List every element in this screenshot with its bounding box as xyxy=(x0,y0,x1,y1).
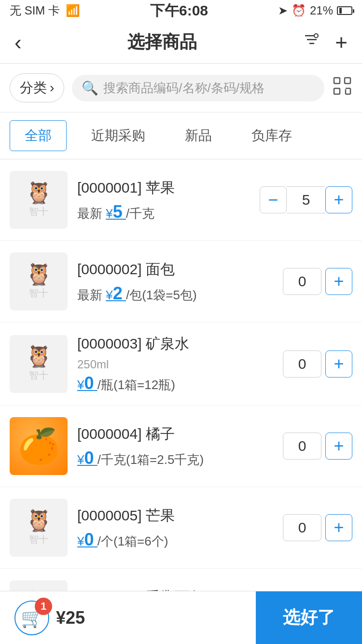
product-image: 🦉 智十 xyxy=(10,499,68,557)
product-info: [0000004] 橘子 ¥0 /千克(1箱=2.5千克) xyxy=(77,424,273,468)
product-price: ¥0 /千克(1箱=2.5千克) xyxy=(77,448,273,468)
quantity-control: + xyxy=(283,433,352,460)
orange-image: 🍊 xyxy=(10,417,68,475)
cart-section: 🛒 1 ¥25 xyxy=(0,601,256,635)
list-item: 🦉 智十 [0000001] 苹果 最新 ¥5 /千克 − + xyxy=(0,159,362,241)
filter-bar: 分类 › 🔍 搜索商品编码/名称/条码/规格 xyxy=(0,64,362,112)
product-name: [0000002] 面包 xyxy=(77,260,273,280)
increase-button[interactable]: + xyxy=(325,350,352,378)
product-price: ¥0 /个(1箱=6个) xyxy=(77,530,273,550)
owl-icon: 🦉 xyxy=(26,346,52,367)
svg-rect-4 xyxy=(334,78,340,84)
nav-bar: ‹ 选择商品 + xyxy=(0,21,362,64)
quantity-input[interactable] xyxy=(283,268,321,295)
product-name: [0000005] 芒果 xyxy=(77,506,273,526)
product-name: [0000001] 苹果 xyxy=(77,178,250,198)
brand-watermark: 智十 xyxy=(29,287,48,300)
tab-recent[interactable]: 近期采购 xyxy=(76,120,160,151)
list-item: 🦉 智十 [0000002] 面包 最新 ¥2 /包(1袋=5包) + xyxy=(0,241,362,322)
search-icon: 🔍 xyxy=(82,80,98,96)
product-spec: 250ml xyxy=(77,358,273,371)
search-placeholder: 搜索商品编码/名称/条码/规格 xyxy=(103,80,265,97)
decrease-button[interactable]: − xyxy=(260,186,287,213)
quantity-control: + xyxy=(283,514,352,541)
wifi-icon: 📶 xyxy=(66,4,80,17)
alarm-icon: ⏰ xyxy=(292,4,306,17)
carrier-label: 无 SIM 卡 xyxy=(10,3,60,18)
owl-icon: 🦉 xyxy=(26,510,52,531)
status-bar: 无 SIM 卡 📶 下午6:08 ➤ ⏰ 21% xyxy=(0,0,362,21)
filter-icon[interactable] xyxy=(303,31,320,53)
product-image: 🦉 智十 xyxy=(10,252,68,310)
product-name: [0000004] 橘子 xyxy=(77,424,273,444)
back-button[interactable]: ‹ xyxy=(14,30,22,55)
product-image: 🦉 智十 xyxy=(10,335,68,393)
cart-badge: 1 xyxy=(35,598,52,615)
owl-icon: 🦉 xyxy=(26,264,52,285)
brand-watermark: 智十 xyxy=(29,533,48,546)
product-price: 最新 ¥2 /包(1袋=5包) xyxy=(77,283,273,304)
quantity-input[interactable] xyxy=(283,514,321,541)
svg-rect-5 xyxy=(345,78,350,84)
tab-all[interactable]: 全部 xyxy=(10,120,67,151)
tab-negative[interactable]: 负库存 xyxy=(237,120,307,151)
confirm-button[interactable]: 选好了 xyxy=(256,591,362,644)
svg-point-3 xyxy=(314,34,318,38)
increase-button[interactable]: + xyxy=(325,268,352,295)
location-icon: ➤ xyxy=(278,4,288,17)
cart-button[interactable]: 🛒 1 xyxy=(14,601,49,635)
quantity-control: + xyxy=(283,268,352,295)
quantity-input[interactable] xyxy=(287,186,325,213)
category-button[interactable]: 分类 › xyxy=(10,73,64,102)
product-image: 🍊 xyxy=(10,417,68,475)
cart-total: ¥25 xyxy=(56,608,85,628)
tab-bar: 全部 近期采购 新品 负库存 xyxy=(0,112,362,159)
status-right: ➤ ⏰ 21% xyxy=(278,4,352,17)
quantity-input[interactable] xyxy=(283,350,321,378)
scan-button[interactable] xyxy=(332,76,352,100)
status-left: 无 SIM 卡 📶 xyxy=(10,3,80,18)
product-info: [0000003] 矿泉水 250ml ¥0 /瓶(1箱=12瓶) xyxy=(77,334,273,393)
add-icon[interactable]: + xyxy=(335,30,348,55)
quantity-control: − + xyxy=(260,186,352,213)
nav-actions: + xyxy=(303,30,348,55)
list-item: 🦉 智十 [0000003] 矿泉水 250ml ¥0 /瓶(1箱=12瓶) + xyxy=(0,322,362,406)
quantity-control: + xyxy=(283,350,352,378)
time-label: 下午6:08 xyxy=(150,1,208,21)
brand-watermark: 智十 xyxy=(29,205,48,218)
product-info: [0000002] 面包 最新 ¥2 /包(1袋=5包) xyxy=(77,260,273,304)
bottom-bar: 🛒 1 ¥25 选好了 xyxy=(0,591,362,644)
product-info: [0000001] 苹果 最新 ¥5 /千克 xyxy=(77,178,250,222)
product-image: 🦉 智十 xyxy=(10,171,68,229)
product-name: [0000003] 矿泉水 xyxy=(77,334,273,354)
list-item: 🦉 智十 [0000005] 芒果 ¥0 /个(1箱=6个) + xyxy=(0,487,362,569)
quantity-input[interactable] xyxy=(283,433,321,460)
chevron-right-icon: › xyxy=(50,80,54,96)
svg-rect-6 xyxy=(334,88,340,94)
battery-icon xyxy=(337,6,352,15)
list-item: 🍊 [0000004] 橘子 ¥0 /千克(1箱=2.5千克) + xyxy=(0,406,362,487)
increase-button[interactable]: + xyxy=(325,514,352,541)
search-box[interactable]: 🔍 搜索商品编码/名称/条码/规格 xyxy=(72,75,324,101)
product-price: 最新 ¥5 /千克 xyxy=(77,202,250,222)
page-title: 选择商品 xyxy=(127,30,197,54)
product-list: 🦉 智十 [0000001] 苹果 最新 ¥5 /千克 − + 🦉 xyxy=(0,159,362,644)
battery-label: 21% xyxy=(310,4,333,17)
brand-watermark: 智十 xyxy=(29,369,48,382)
product-price: ¥0 /瓶(1箱=12瓶) xyxy=(77,373,273,393)
tab-new[interactable]: 新品 xyxy=(170,120,227,151)
increase-button[interactable]: + xyxy=(325,433,352,460)
increase-button[interactable]: + xyxy=(325,186,352,213)
product-info: [0000005] 芒果 ¥0 /个(1箱=6个) xyxy=(77,506,273,550)
owl-icon: 🦉 xyxy=(26,182,52,203)
